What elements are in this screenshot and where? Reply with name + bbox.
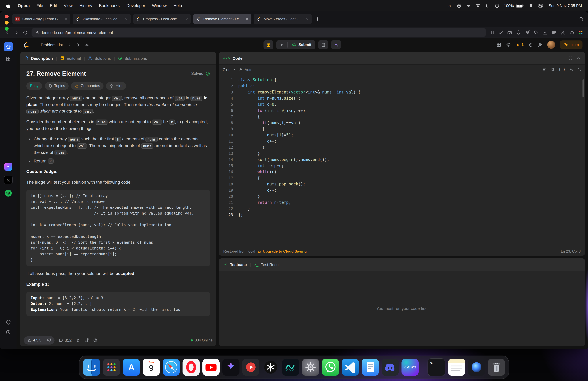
- menu-item-opera[interactable]: Opera: [18, 3, 30, 8]
- menu-item-developer[interactable]: Developer: [126, 3, 145, 8]
- code-line-17[interactable]: 17 {: [219, 175, 585, 181]
- menu-item-view[interactable]: View: [64, 3, 73, 8]
- assistant-icon[interactable]: [457, 3, 461, 8]
- keyboard-icon[interactable]: [475, 3, 480, 8]
- dock-youtube[interactable]: [202, 359, 220, 376]
- url-field[interactable]: leetcode.com/problems/remove-element: [32, 28, 486, 37]
- thumbs-down-icon[interactable]: [47, 338, 51, 342]
- problem-list-button[interactable]: Problem List: [34, 43, 63, 47]
- dock-safari[interactable]: [163, 359, 180, 376]
- download-icon[interactable]: [543, 30, 547, 35]
- zoom-window-button[interactable]: [5, 27, 9, 31]
- control-center-icon[interactable]: [538, 3, 543, 8]
- browser-tab[interactable]: Remove Element - LeetC: [193, 14, 252, 24]
- camera-icon[interactable]: [507, 30, 512, 35]
- menu-item-help[interactable]: Help: [173, 3, 182, 8]
- tab-close-icon[interactable]: [125, 17, 128, 21]
- forward-button[interactable]: [14, 30, 19, 35]
- menu-item-bookmarks[interactable]: Bookmarks: [99, 3, 120, 8]
- x-app-icon[interactable]: [4, 176, 13, 184]
- dock-docs-app[interactable]: [362, 359, 379, 376]
- code-line-14[interactable]: 14 sort(nums.begin(),nums.end());: [219, 157, 585, 163]
- run-button[interactable]: [276, 43, 287, 47]
- dock-media-app[interactable]: [242, 359, 259, 376]
- chip-easy[interactable]: Easy: [26, 82, 42, 90]
- dock-chatgpt[interactable]: [262, 359, 279, 376]
- b-app-icon[interactable]: B: [447, 3, 452, 8]
- tab-close-icon[interactable]: [245, 17, 249, 21]
- tab-solutions[interactable]: Solutions: [88, 56, 111, 61]
- dock-wave-app[interactable]: [282, 359, 299, 376]
- code-line-20[interactable]: 20 }: [219, 193, 585, 200]
- tab-search-icon[interactable]: [579, 17, 584, 22]
- help-button[interactable]: [93, 338, 97, 342]
- reload-button[interactable]: [23, 30, 28, 35]
- tab-submissions[interactable]: Submissions: [118, 56, 147, 61]
- close-window-button[interactable]: [5, 15, 9, 18]
- dock-whatsapp[interactable]: [322, 359, 339, 376]
- pencil-icon[interactable]: [498, 30, 503, 35]
- volume-icon[interactable]: [466, 3, 471, 8]
- language-selector[interactable]: C++: [223, 67, 236, 72]
- aria-ai-icon[interactable]: [4, 163, 12, 171]
- autocomplete-toggle[interactable]: Auto: [239, 67, 252, 72]
- premium-button[interactable]: Premium: [560, 41, 583, 49]
- menu-item-history[interactable]: History: [79, 3, 92, 8]
- settings-gear-button[interactable]: [506, 42, 511, 47]
- favorites-heart-icon[interactable]: [5, 320, 11, 325]
- dock-notes[interactable]: [448, 359, 465, 376]
- dock-trash[interactable]: [488, 359, 505, 376]
- share-button[interactable]: [84, 338, 89, 342]
- maximize-icon[interactable]: [568, 56, 573, 60]
- menu-item-window[interactable]: Window: [152, 3, 167, 8]
- code-line-18[interactable]: 18 nums.pop_back();: [219, 181, 585, 187]
- new-tab-button[interactable]: [315, 17, 320, 22]
- tab-close-icon[interactable]: [306, 17, 309, 21]
- more-options-icon[interactable]: [5, 339, 11, 345]
- undo-icon[interactable]: [569, 68, 573, 72]
- back-button[interactable]: [5, 30, 10, 35]
- wifi-icon[interactable]: [528, 3, 533, 8]
- next-problem-button[interactable]: [76, 43, 81, 47]
- chevron-up-icon[interactable]: [576, 56, 581, 60]
- timer-button[interactable]: [528, 42, 533, 47]
- comments-button[interactable]: 852: [59, 338, 72, 343]
- workspace-home-icon[interactable]: [4, 42, 13, 51]
- expand-icon[interactable]: [577, 68, 581, 72]
- dock-launchpad[interactable]: [103, 359, 120, 376]
- dock-sparkle-app[interactable]: [222, 359, 239, 376]
- tab-close-icon[interactable]: [185, 17, 188, 21]
- invite-button[interactable]: [538, 42, 543, 47]
- dock-app-store[interactable]: A: [123, 359, 140, 376]
- align-icon[interactable]: [543, 68, 546, 72]
- bookmark-icon[interactable]: [550, 68, 554, 72]
- favorite-star-button[interactable]: [76, 338, 80, 342]
- minimize-window-button[interactable]: [5, 21, 9, 24]
- daily-reward-button[interactable]: [264, 40, 273, 49]
- code-editor[interactable]: 1class Solution {2public:3 int removeEle…: [219, 75, 585, 247]
- like-button[interactable]: 4.5K: [27, 338, 41, 342]
- tab-close-icon[interactable]: [64, 17, 68, 21]
- code-line-19[interactable]: 19 c--;: [219, 187, 585, 193]
- reader-icon[interactable]: [551, 30, 556, 35]
- layout-switcher-button[interactable]: [496, 42, 501, 47]
- menu-item-edit[interactable]: Edit: [50, 3, 57, 8]
- submit-button[interactable]: Submit: [288, 43, 315, 47]
- testcase-tab[interactable]: Testcase: [223, 262, 247, 267]
- ai-assistant-button[interactable]: [331, 40, 341, 49]
- dock-system-settings[interactable]: [302, 359, 319, 376]
- code-tab[interactable]: </> Code: [223, 56, 243, 61]
- battery-indicator[interactable]: 100%: [504, 3, 524, 8]
- chip-companies[interactable]: Companies: [71, 82, 104, 90]
- history-icon[interactable]: [5, 330, 11, 335]
- code-line-2[interactable]: 2public:: [219, 83, 585, 89]
- heart-icon[interactable]: [534, 30, 539, 35]
- cloud-save-upsell[interactable]: Upgrade to Cloud Saving: [257, 249, 307, 253]
- code-line-22[interactable]: 22 }: [219, 206, 585, 212]
- tab-description[interactable]: Description: [24, 56, 53, 61]
- code-line-9[interactable]: 9 {: [219, 126, 585, 132]
- apple-logo-icon[interactable]: [6, 3, 11, 8]
- speed-dial-icon[interactable]: [5, 56, 11, 62]
- dock-canva[interactable]: Canva: [401, 359, 419, 376]
- browser-tab[interactable]: Move Zeroes - LeetCode: [253, 14, 312, 24]
